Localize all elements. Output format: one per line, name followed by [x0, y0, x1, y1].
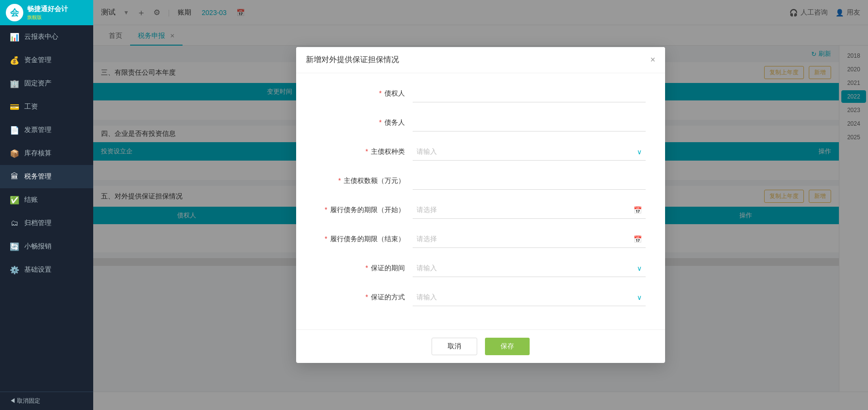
tax-icon: 🏛 — [10, 172, 19, 181]
guarantee-period-chevron-icon: ∨ — [637, 264, 642, 272]
sidebar-item-invoice-mgmt[interactable]: 📄 发票管理 — [0, 118, 93, 142]
fixed-assets-icon: 🏢 — [10, 79, 19, 88]
sidebar-item-settlement[interactable]: ✅ 结账 — [0, 188, 93, 212]
sidebar-item-label: 资金管理 — [24, 56, 51, 65]
form-row-creditor: * 债权人 — [316, 85, 646, 102]
sidebar-item-basic-settings[interactable]: ⚙️ 基础设置 — [0, 258, 93, 281]
form-row-perform-start: * 履行债务的期限（开始） 请选择 📅 — [316, 201, 646, 219]
sidebar-item-archive[interactable]: 🗂 归档管理 — [0, 212, 93, 235]
sidebar-item-label: 结账 — [24, 196, 38, 204]
modal-body: * 债权人 * 债务人 — [296, 73, 665, 329]
sidebar-item-label: 发票管理 — [24, 126, 51, 134]
undo-fixed-button[interactable]: ◀ 取消固定 — [0, 392, 93, 410]
logo-icon: 会 — [6, 4, 23, 21]
form-label-guarantee-method: * 保证的方式 — [316, 293, 413, 302]
creditor-input[interactable] — [413, 85, 646, 102]
sidebar-item-label: 库存核算 — [24, 149, 51, 158]
logo-name: 畅捷通好会计 — [27, 4, 68, 13]
app-logo: 会 畅捷通好会计 旗舰版 — [0, 0, 93, 25]
form-row-debtor: * 债务人 — [316, 114, 646, 131]
sidebar-item-cloud-reports[interactable]: 📊 云报表中心 — [0, 25, 93, 49]
cancel-button[interactable]: 取消 — [432, 338, 477, 355]
modal-close-button[interactable]: × — [650, 55, 655, 65]
fund-mgmt-icon: 💰 — [10, 55, 19, 65]
undo-fixed-label: ◀ 取消固定 — [10, 397, 40, 405]
perform-start-placeholder: 请选择 — [417, 206, 437, 214]
payroll-icon: 💳 — [10, 102, 19, 112]
claim-amount-input[interactable] — [413, 172, 646, 190]
sidebar-item-tax-mgmt[interactable]: 🏛 税务管理 — [0, 165, 93, 188]
modal-header: 新增对外提供保证担保情况 × — [296, 47, 665, 73]
perform-end-placeholder: 请选择 — [417, 235, 437, 244]
invoice-icon: 📄 — [10, 125, 19, 135]
sidebar-item-label: 小畅报销 — [24, 242, 51, 251]
guarantee-method-placeholder: 请输入 — [417, 293, 437, 302]
perform-start-datepicker[interactable]: 请选择 📅 — [413, 201, 646, 219]
sidebar-item-label: 税务管理 — [24, 172, 51, 181]
perform-end-calendar-icon: 📅 — [634, 235, 642, 243]
main-area: 测试 ▼ ＋ ⚙ | 账期 2023-03 📅 🎧 人工咨询 👤 用友 — [93, 0, 868, 410]
settings-icon: ⚙️ — [10, 265, 19, 275]
sidebar-item-fund-mgmt[interactable]: 💰 资金管理 — [0, 49, 93, 72]
sidebar-item-fixed-assets[interactable]: 🏢 固定资产 — [0, 72, 93, 95]
modal-footer: 取消 保存 — [296, 329, 665, 363]
form-label-claim-amount: * 主债权数额（万元） — [316, 177, 413, 185]
form-label-guarantee-period: * 保证的期间 — [316, 264, 413, 273]
xiaochang-icon: 🔄 — [10, 242, 19, 251]
form-label-creditor: * 债权人 — [316, 89, 413, 98]
logo-text-area: 畅捷通好会计 旗舰版 — [27, 4, 68, 21]
claim-type-select[interactable]: 请输入 ∨ — [413, 143, 646, 161]
modal-dialog: 新增对外提供保证担保情况 × * 债权人 * — [296, 47, 665, 363]
sidebar-item-label: 云报表中心 — [24, 33, 58, 41]
form-row-perform-end: * 履行债务的期限（结束） 请选择 📅 — [316, 230, 646, 248]
guarantee-period-select[interactable]: 请输入 ∨ — [413, 260, 646, 277]
logo-badge: 旗舰版 — [27, 14, 68, 21]
sidebar-item-payroll[interactable]: 💳 工资 — [0, 95, 93, 118]
archive-icon: 🗂 — [10, 218, 19, 228]
form-row-guarantee-period: * 保证的期间 请输入 ∨ — [316, 260, 646, 277]
sidebar-item-label: 归档管理 — [24, 219, 51, 228]
inventory-icon: 📦 — [10, 148, 19, 158]
modal-overlay: 新增对外提供保证担保情况 × * 债权人 * — [93, 0, 868, 410]
sidebar-item-label: 工资 — [24, 102, 38, 111]
form-label-perform-start: * 履行债务的期限（开始） — [316, 206, 413, 214]
form-label-perform-end: * 履行债务的期限（结束） — [316, 235, 413, 244]
form-label-claim-type: * 主债权种类 — [316, 148, 413, 156]
debtor-input[interactable] — [413, 114, 646, 131]
sidebar: 会 畅捷通好会计 旗舰版 📊 云报表中心 💰 资金管理 🏢 固定资产 💳 — [0, 0, 93, 410]
modal-title: 新增对外提供保证担保情况 — [306, 55, 399, 65]
claim-type-chevron-icon: ∨ — [637, 148, 642, 156]
form-row-guarantee-method: * 保证的方式 请输入 ∨ — [316, 289, 646, 306]
claim-type-placeholder: 请输入 — [417, 148, 437, 156]
guarantee-method-chevron-icon: ∨ — [637, 294, 642, 301]
sidebar-nav: 📊 云报表中心 💰 资金管理 🏢 固定资产 💳 工资 📄 发票管理 📦 — [0, 25, 93, 392]
sidebar-item-xiaochang[interactable]: 🔄 小畅报销 — [0, 235, 93, 258]
perform-end-datepicker[interactable]: 请选择 📅 — [413, 230, 646, 248]
guarantee-method-select[interactable]: 请输入 ∨ — [413, 289, 646, 306]
form-label-debtor: * 债务人 — [316, 118, 413, 127]
form-row-claim-type: * 主债权种类 请输入 ∨ — [316, 143, 646, 161]
settlement-icon: ✅ — [10, 195, 19, 205]
sidebar-item-inventory[interactable]: 📦 库存核算 — [0, 142, 93, 165]
form-row-claim-amount: * 主债权数额（万元） — [316, 172, 646, 190]
perform-start-calendar-icon: 📅 — [634, 206, 642, 214]
save-button[interactable]: 保存 — [485, 338, 530, 355]
sidebar-item-label: 基础设置 — [24, 265, 51, 274]
guarantee-period-placeholder: 请输入 — [417, 264, 437, 273]
cloud-reports-icon: 📊 — [10, 32, 19, 42]
sidebar-item-label: 固定资产 — [24, 79, 51, 88]
